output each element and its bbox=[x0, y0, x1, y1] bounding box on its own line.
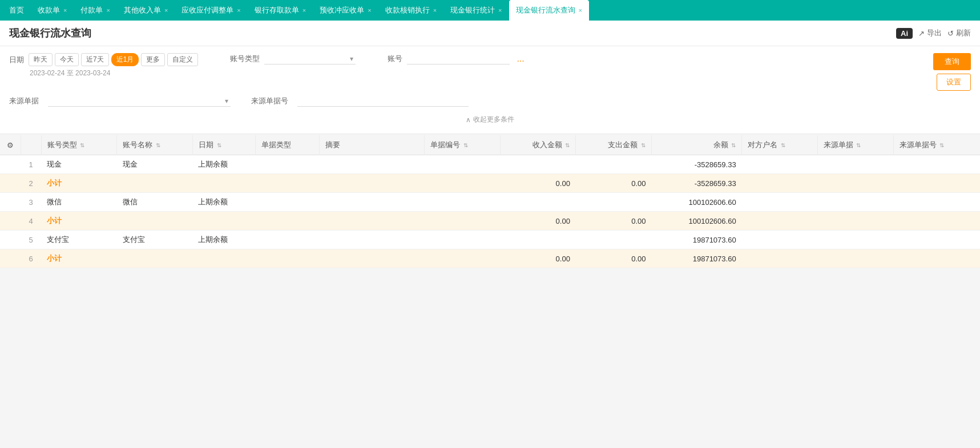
source-doc-no-cell bbox=[893, 212, 980, 231]
close-advance-offset-icon[interactable]: × bbox=[368, 0, 371, 21]
source-doc-no-cell bbox=[893, 249, 980, 268]
table-row: 1现金现金上期余额-3528659.33 bbox=[0, 155, 980, 174]
summary-cell bbox=[320, 174, 425, 193]
nav-receipts[interactable]: 收款单 × bbox=[31, 0, 74, 21]
doc-no-cell bbox=[424, 249, 500, 268]
source-doc-no-input[interactable] bbox=[297, 95, 469, 107]
account-name-cell bbox=[117, 249, 193, 268]
sort-date-icon: ⇅ bbox=[217, 142, 221, 148]
account-type-cell: 小计 bbox=[41, 249, 117, 268]
settings-button[interactable]: 设置 bbox=[937, 74, 971, 91]
date-btn-yesterday[interactable]: 昨天 bbox=[29, 53, 53, 66]
query-button[interactable]: 查询 bbox=[933, 53, 971, 70]
nav-advance-offset[interactable]: 预收冲应收单 × bbox=[313, 0, 378, 21]
doc-type-cell bbox=[256, 212, 320, 231]
col-summary: 摘要 bbox=[320, 135, 425, 155]
date-cell bbox=[192, 249, 255, 268]
close-cash-stat-icon[interactable]: × bbox=[498, 0, 502, 21]
col-balance[interactable]: 余额 ⇅ bbox=[652, 135, 742, 155]
source-doc-no-label: 来源单据号 bbox=[251, 96, 288, 106]
source-doc-select[interactable] bbox=[48, 95, 231, 106]
col-account-name[interactable]: 账号名称 ⇅ bbox=[117, 135, 193, 155]
expense-cell bbox=[576, 155, 652, 174]
expense-cell: 0.00 bbox=[576, 174, 652, 193]
balance-cell: -3528659.33 bbox=[652, 174, 742, 193]
row-settings-cell bbox=[0, 155, 21, 174]
nav-receipt-verify[interactable]: 收款核销执行 × bbox=[378, 0, 443, 21]
doc-type-cell bbox=[256, 193, 320, 212]
col-source-doc-no[interactable]: 来源单据号 ⇅ bbox=[893, 135, 980, 155]
row-num-cell: 1 bbox=[21, 155, 41, 174]
date-btn-custom[interactable]: 自定义 bbox=[167, 53, 198, 66]
balance-cell: 100102606.60 bbox=[652, 193, 742, 212]
col-income[interactable]: 收入金额 ⇅ bbox=[500, 135, 576, 155]
nav-payments[interactable]: 付款单 × bbox=[74, 0, 116, 21]
source-doc-cell bbox=[817, 249, 893, 268]
date-cell bbox=[192, 212, 255, 231]
close-receipt-verify-icon[interactable]: × bbox=[433, 0, 437, 21]
col-source-doc[interactable]: 来源单据 ⇅ bbox=[817, 135, 893, 155]
account-type-label: 账号类型 bbox=[230, 54, 260, 64]
nav-cash-bank-flow[interactable]: 现金银行流水查询 × bbox=[509, 0, 589, 21]
balance-cell: -3528659.33 bbox=[652, 155, 742, 174]
collapse-bar[interactable]: ∧ 收起更多条件 bbox=[9, 111, 971, 127]
filter-area: 日期 昨天 今天 近7天 近1月 更多 自定义 2023-02-24 至 202… bbox=[0, 46, 980, 134]
col-counterparty[interactable]: 对方户名 ⇅ bbox=[742, 135, 818, 155]
export-button[interactable]: ↗ 导出 bbox=[918, 28, 942, 38]
account-type-select[interactable] bbox=[264, 53, 356, 64]
doc-no-cell bbox=[424, 174, 500, 193]
expense-cell: 0.00 bbox=[576, 212, 652, 231]
top-right-area: Ai ↗ 导出 ↺ 刷新 bbox=[896, 28, 971, 39]
date-btn-today[interactable]: 今天 bbox=[55, 53, 79, 66]
close-cash-flow-icon[interactable]: × bbox=[579, 0, 582, 21]
date-btn-7days[interactable]: 近7天 bbox=[81, 53, 109, 66]
date-btn-1month[interactable]: 近1月 bbox=[111, 53, 139, 66]
date-cell bbox=[192, 174, 255, 193]
date-btn-more[interactable]: 更多 bbox=[141, 53, 165, 66]
income-cell: 0.00 bbox=[500, 249, 576, 268]
table-header-row: ⚙ 账号类型 ⇅ 账号名称 ⇅ 日期 ⇅ 单据类型 摘要 单据编号 bbox=[0, 135, 980, 155]
nav-other-income[interactable]: 其他收入单 × bbox=[117, 0, 175, 21]
nav-home[interactable]: 首页 bbox=[2, 0, 31, 21]
col-doc-type: 单据类型 bbox=[256, 135, 320, 155]
sort-expense-icon: ⇅ bbox=[641, 142, 646, 148]
account-type-cell: 小计 bbox=[41, 174, 117, 193]
row-num-cell: 2 bbox=[21, 174, 41, 193]
account-input[interactable] bbox=[407, 53, 510, 64]
col-date[interactable]: 日期 ⇅ bbox=[192, 135, 255, 155]
doc-type-cell bbox=[256, 174, 320, 193]
col-doc-no[interactable]: 单据编号 ⇅ bbox=[424, 135, 500, 155]
account-dots-button[interactable]: ... bbox=[514, 54, 526, 64]
close-payments-icon[interactable]: × bbox=[106, 0, 110, 21]
row-settings-cell bbox=[0, 174, 21, 193]
source-doc-label: 来源单据 bbox=[9, 96, 39, 106]
source-doc-cell bbox=[817, 193, 893, 212]
nav-bank-deposit[interactable]: 银行存取款单 × bbox=[248, 0, 313, 21]
counterparty-cell bbox=[742, 249, 818, 268]
expense-cell: 0.00 bbox=[576, 249, 652, 268]
counterparty-cell bbox=[742, 193, 818, 212]
nav-ar-ap-adjust[interactable]: 应收应付调整单 × bbox=[175, 0, 247, 21]
refresh-button[interactable]: ↺ 刷新 bbox=[947, 28, 971, 38]
account-name-cell bbox=[117, 212, 193, 231]
page-header: 现金银行流水查询 Ai ↗ 导出 ↺ 刷新 bbox=[0, 21, 980, 46]
doc-type-cell bbox=[256, 231, 320, 249]
source-doc-cell bbox=[817, 174, 893, 193]
source-doc-cell bbox=[817, 212, 893, 231]
date-cell: 上期余额 bbox=[192, 231, 255, 249]
close-bank-deposit-icon[interactable]: × bbox=[303, 0, 306, 21]
close-other-income-icon[interactable]: × bbox=[164, 0, 168, 21]
income-cell bbox=[500, 193, 576, 212]
ai-badge: Ai bbox=[896, 28, 913, 39]
col-row-num bbox=[21, 135, 41, 155]
export-icon: ↗ bbox=[918, 29, 925, 38]
close-receipts-icon[interactable]: × bbox=[63, 0, 67, 21]
settings-gear-icon[interactable]: ⚙ bbox=[7, 141, 14, 150]
account-name-cell: 支付宝 bbox=[117, 231, 193, 249]
col-settings[interactable]: ⚙ bbox=[0, 135, 21, 155]
col-account-type[interactable]: 账号类型 ⇅ bbox=[41, 135, 117, 155]
nav-cash-bank-stat[interactable]: 现金银行统计 × bbox=[443, 0, 509, 21]
close-ar-ap-icon[interactable]: × bbox=[237, 0, 240, 21]
col-expense[interactable]: 支出金额 ⇅ bbox=[576, 135, 652, 155]
counterparty-cell bbox=[742, 174, 818, 193]
